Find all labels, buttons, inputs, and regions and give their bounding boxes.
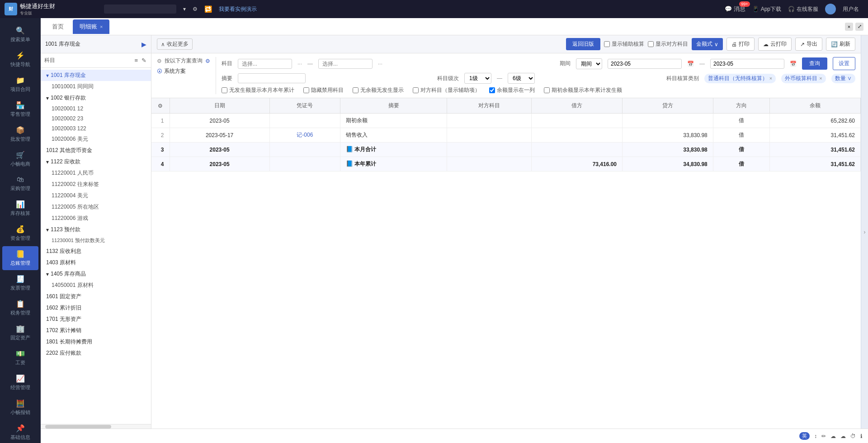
tree-node-11220004[interactable]: 11220004 美元 <box>41 190 151 201</box>
show-opposite-input[interactable] <box>648 41 654 47</box>
tree-scrollbar[interactable] <box>41 424 151 429</box>
status-edit[interactable]: ✏ <box>821 433 826 439</box>
settings-btn[interactable]: ⚙ <box>193 6 198 12</box>
sidebar-item-expense[interactable]: 🧮 小畅报销 <box>2 395 38 419</box>
sidebar-item-search[interactable]: 🔍 搜索菜单 <box>2 23 38 47</box>
sidebar-item-purchase[interactable]: 🛍 采购管理 <box>2 172 38 195</box>
tree-node-1405[interactable]: ▾ 1405 库存商品 <box>41 268 151 280</box>
sidebar-item-tax[interactable]: 📋 税务管理 <box>2 296 38 320</box>
nav-arrow-btn[interactable]: ▶ <box>142 41 146 48</box>
tree-node-10020001[interactable]: 10020001 12 <box>41 104 151 114</box>
tree-node-11220002[interactable]: 11220002 往来标签 <box>41 179 151 190</box>
minimize-btn[interactable]: × <box>845 23 853 31</box>
calendar-icon-to[interactable]: 📅 <box>790 61 797 67</box>
show-aux-checkbox[interactable]: 显示辅助核算 <box>604 40 644 48</box>
online-service-btn[interactable]: 🎧 在线客服 <box>788 5 818 13</box>
status-sort[interactable]: ↕ <box>814 433 817 439</box>
tree-node-1701[interactable]: 1701 无形资产 <box>41 314 151 325</box>
sidebar-item-ecommerce[interactable]: 🛒 小畅电商 <box>2 147 38 171</box>
expand-more-btn[interactable]: ∧ 收起更多 <box>157 38 193 50</box>
tree-node-11220005[interactable]: 11220005 所在地区 <box>41 201 151 213</box>
checkbox-period-balance-input[interactable] <box>544 87 550 93</box>
sidebar-item-project[interactable]: 📁 项目合同 <box>2 72 38 96</box>
tree-node-1012[interactable]: 1012 其他货币资金 <box>41 145 151 156</box>
checkbox-opposite[interactable]: 对方科目（显示辅助项） <box>413 86 480 94</box>
checkbox-period-balance[interactable]: 期初余额显示本年累计发生额 <box>544 86 622 94</box>
subject-level-from-select[interactable]: 1级2级3级 <box>464 73 491 84</box>
status-info[interactable]: ℹ <box>860 433 863 439</box>
period-to-input[interactable] <box>710 59 784 69</box>
tree-node-10020002[interactable]: 10020002 23 <box>41 114 151 124</box>
tree-node-11230001[interactable]: 11230001 预付款数美元 <box>41 235 151 246</box>
tag-close-normal[interactable]: × <box>769 76 772 81</box>
checkbox-hide-disabled[interactable]: 隐藏禁用科目 <box>303 86 344 94</box>
message-btn[interactable]: 💬 消息 99+ <box>725 5 745 13</box>
set-btn[interactable]: 设置 <box>833 57 855 70</box>
checkbox-no-balance2-input[interactable] <box>353 87 359 93</box>
col-settings[interactable]: ⚙ <box>151 98 170 114</box>
tree-node-10020003[interactable]: 10020003 122 <box>41 124 151 133</box>
print-btn[interactable]: 🖨 打印 <box>726 38 755 51</box>
scheme-settings-icon[interactable]: ⚙ <box>205 58 210 64</box>
status-cloud1[interactable]: ☁ <box>830 433 836 439</box>
tree-node-10020006[interactable]: 10020006 美元 <box>41 133 151 145</box>
voucher-link-2[interactable]: 记-006 <box>297 132 313 138</box>
sidebar-item-assets[interactable]: 🏢 固定资产 <box>2 321 38 345</box>
period-type-select[interactable]: 期间 <box>576 58 602 69</box>
tree-node-1702[interactable]: 1702 累计摊销 <box>41 325 151 336</box>
maximize-btn[interactable]: ⤢ <box>855 23 863 31</box>
sidebar-item-business[interactable]: 📈 经营管理 <box>2 371 38 395</box>
tab-close-btn[interactable]: × <box>100 24 103 29</box>
tree-node-11220006[interactable]: 11220006 游戏 <box>41 213 151 224</box>
summary-input[interactable] <box>238 73 306 83</box>
tree-node-1002[interactable]: ▾ 1002 银行存款 <box>41 92 151 104</box>
tree-node-1801[interactable]: 1801 长期待摊费用 <box>41 336 151 348</box>
tab-home[interactable]: 首页 <box>45 19 71 34</box>
dropdown-btn[interactable]: ▾ <box>183 6 186 12</box>
sidebar-item-salary[interactable]: 💵 工资 <box>2 346 38 370</box>
sidebar-item-wholesale[interactable]: 📦 批发管理 <box>2 122 38 146</box>
sidebar-item-ledger[interactable]: 📒 总账管理 <box>2 246 38 270</box>
checkbox-no-balance2[interactable]: 无余额无发生显示 <box>353 86 404 94</box>
status-cloud2[interactable]: ☁ <box>840 433 846 439</box>
app-download-btn[interactable]: 📱 App下载 <box>752 5 781 13</box>
tree-node-10010001[interactable]: 10010001 同同同 <box>41 81 151 92</box>
status-clock[interactable]: ⏱ <box>850 433 856 439</box>
subject-to-input[interactable] <box>318 59 373 69</box>
sidebar-item-base[interactable]: 📌 基础信息 <box>2 420 38 443</box>
back-old-btn[interactable]: 返回旧版 <box>566 38 600 50</box>
tab-detail[interactable]: 明细账 × <box>73 19 109 34</box>
tree-node-1403[interactable]: 1403 原材料 <box>41 257 151 268</box>
tree-node-1601[interactable]: 1601 固定资产 <box>41 291 151 302</box>
show-aux-input[interactable] <box>604 41 610 47</box>
subject-level-to-select[interactable]: 6级3级4级 <box>508 73 535 84</box>
tree-node-1122[interactable]: ▾ 1122 应收款 <box>41 156 151 167</box>
show-opposite-checkbox[interactable]: 显示对方科目 <box>648 40 688 48</box>
status-lang[interactable]: 英 <box>799 432 810 440</box>
tree-node-1132[interactable]: 1132 应收利息 <box>41 246 151 257</box>
tree-list-btn[interactable]: ≡ <box>133 56 139 65</box>
period-from-input[interactable] <box>608 59 682 69</box>
query-btn[interactable]: 查询 <box>802 57 827 70</box>
format-btn[interactable]: 金额式 ∨ <box>692 38 723 50</box>
sidebar-item-inventory[interactable]: 📊 库存核算 <box>2 196 38 220</box>
checkbox-balance-one-input[interactable] <box>489 87 495 93</box>
checkbox-no-balance[interactable]: 无发生额显示本月本年累计 <box>222 86 294 94</box>
tree-node-1123[interactable]: ▾ 1123 预付款 <box>41 224 151 235</box>
checkbox-hide-disabled-input[interactable] <box>303 87 309 93</box>
filter-tag-quantity[interactable]: 数量 ∨ <box>831 74 855 83</box>
cloud-print-btn[interactable]: ☁ 云打印 <box>758 38 792 51</box>
tag-close-forex[interactable]: × <box>819 76 822 81</box>
sidebar-item-invoice[interactable]: 🧾 发票管理 <box>2 271 38 295</box>
checkbox-opposite-input[interactable] <box>413 87 419 93</box>
checkbox-no-balance-input[interactable] <box>222 87 227 93</box>
tree-edit-btn[interactable]: ✎ <box>141 56 147 65</box>
checkbox-balance-one[interactable]: 余额显示在一列 <box>489 86 535 94</box>
tree-node-2202[interactable]: 2202 应付账款 <box>41 348 151 359</box>
sidebar-item-quicknav[interactable]: ⚡ 快捷导航 <box>2 48 38 71</box>
sidebar-item-capital[interactable]: 💰 资金管理 <box>2 221 38 245</box>
side-expand-handle[interactable]: › <box>861 35 868 429</box>
export-btn[interactable]: ↗ 导出 <box>795 38 822 51</box>
subject-from-input[interactable] <box>238 59 292 69</box>
system-scheme-row[interactable]: ⦿ 系统方案 <box>157 67 210 75</box>
